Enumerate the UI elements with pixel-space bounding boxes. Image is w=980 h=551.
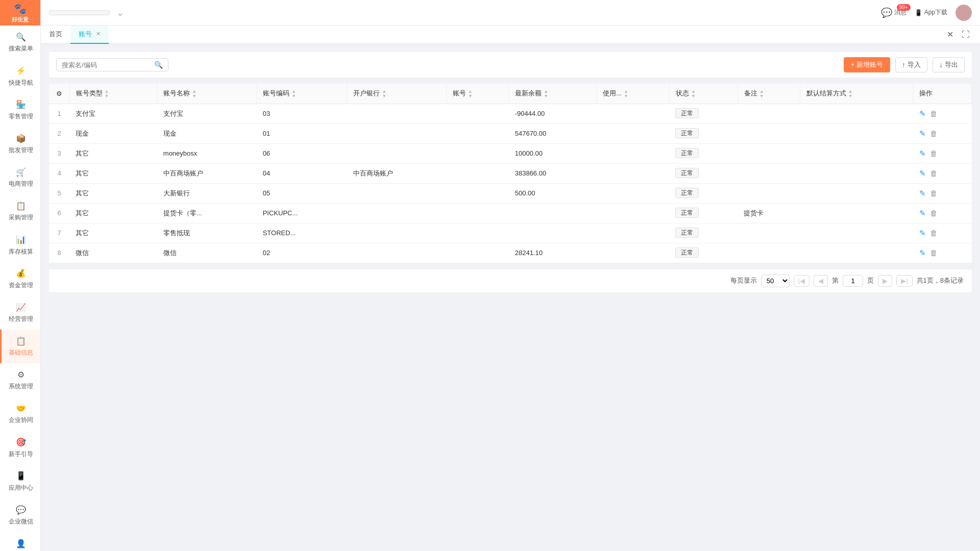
th-gear[interactable]: ⚙	[49, 84, 69, 104]
sidebar-item-app-center[interactable]: 📱 应用中心	[0, 464, 40, 498]
logo-area[interactable]: 🐾 好生意	[0, 0, 40, 26]
delete-btn[interactable]: 🗑	[930, 209, 938, 217]
table-row: 1 支付宝 支付宝 03 -90444.00 正常 ✎ 🗑	[49, 104, 972, 123]
sidebar-label-purchase: 采购管理	[9, 213, 33, 222]
row-type: 现金	[69, 123, 157, 143]
sidebar-item-cooperation[interactable]: 🤝 企业协同	[0, 397, 40, 431]
th-remark[interactable]: 备注▲▼	[738, 84, 800, 104]
sidebar-item-retail[interactable]: 🏪 零售管理	[0, 93, 40, 127]
delete-btn[interactable]: 🗑	[930, 109, 938, 118]
tab-account[interactable]: 账号 ✕	[70, 26, 109, 44]
top-chevron-icon[interactable]: ⌄	[116, 7, 124, 18]
import-button[interactable]: ↑ 导入	[895, 57, 927, 72]
search-icon[interactable]: 🔍	[154, 61, 163, 69]
table-row: 2 现金 现金 01 547670.00 正常 ✎ 🗑	[49, 123, 972, 143]
row-default-settle	[800, 203, 913, 223]
edit-btn[interactable]: ✎	[919, 129, 926, 138]
search-input[interactable]	[62, 61, 152, 69]
sidebar-item-basic-info[interactable]: 📋 基础信息	[0, 330, 40, 363]
delete-btn[interactable]: 🗑	[930, 248, 938, 257]
notification-button[interactable]: 💬 消息 99+	[881, 7, 906, 18]
row-code: PICKUPC...	[257, 203, 347, 223]
edit-btn[interactable]: ✎	[919, 149, 926, 158]
tab-bar: 首页 账号 ✕ ✕ ⛶	[41, 26, 980, 44]
sidebar-item-finance[interactable]: 💰 资金管理	[0, 262, 40, 295]
th-balance[interactable]: 最新余额▲▼	[509, 84, 597, 104]
table-row: 3 其它 moneybosx 06 10000.00 正常 ✎ 🗑	[49, 143, 972, 163]
add-account-button[interactable]: + 新增账号	[844, 57, 890, 72]
row-bank: 中百商场账户	[347, 163, 447, 183]
page-input[interactable]	[843, 275, 863, 287]
row-default-settle	[800, 143, 913, 163]
row-use	[597, 123, 670, 143]
row-remark	[738, 123, 800, 143]
search-box[interactable]: 🔍	[56, 58, 168, 71]
sidebar-item-search-menu[interactable]: 🔍 搜索菜单	[0, 26, 40, 59]
th-use[interactable]: 使用...▲▼	[597, 84, 670, 104]
sidebar-item-system[interactable]: ⚙ 系统管理	[0, 363, 40, 397]
row-type: 其它	[69, 143, 157, 163]
sidebar-label-operations: 经营管理	[9, 315, 33, 323]
th-name[interactable]: 账号名称▲▼	[157, 84, 257, 104]
operations-icon: 📈	[16, 302, 26, 313]
row-use	[597, 104, 670, 123]
row-num: 6	[49, 203, 69, 223]
top-bar-right: 💬 消息 99+ 📱 App下载	[881, 5, 972, 21]
th-status[interactable]: 状态▲▼	[669, 84, 738, 104]
delete-btn[interactable]: 🗑	[930, 229, 938, 237]
row-code: 06	[257, 143, 347, 163]
edit-btn[interactable]: ✎	[919, 209, 926, 218]
row-use	[597, 143, 670, 163]
edit-btn[interactable]: ✎	[919, 109, 926, 118]
row-account	[447, 123, 509, 143]
row-remark	[738, 243, 800, 263]
sidebar-item-membership[interactable]: 👤 畅会员	[0, 532, 40, 551]
avatar[interactable]	[955, 5, 972, 21]
th-code[interactable]: 账号编码▲▼	[257, 84, 347, 104]
sidebar-item-ecommerce[interactable]: 🛒 电商管理	[0, 161, 40, 194]
tab-close-btn[interactable]: ✕	[945, 29, 955, 40]
th-bank[interactable]: 开户银行▲▼	[347, 84, 447, 104]
tab-account-close[interactable]: ✕	[96, 31, 101, 37]
app-download-button[interactable]: 📱 App下载	[915, 8, 947, 17]
tab-account-label: 账号	[79, 30, 92, 39]
page-size-select[interactable]: 50 20 100	[761, 274, 790, 287]
th-account[interactable]: 账号▲▼	[447, 84, 509, 104]
sidebar-item-purchase[interactable]: 📋 采购管理	[0, 194, 40, 228]
sidebar-item-inventory[interactable]: 📊 库存核算	[0, 228, 40, 262]
delete-btn[interactable]: 🗑	[930, 129, 938, 138]
gear-icon[interactable]: ⚙	[56, 90, 62, 97]
tab-home[interactable]: 首页	[41, 26, 70, 44]
page-next-btn[interactable]: ▶	[878, 275, 892, 287]
sidebar-item-wholesale[interactable]: 📦 批发管理	[0, 127, 40, 161]
edit-btn[interactable]: ✎	[919, 248, 926, 258]
top-search-box[interactable]	[49, 10, 110, 15]
sidebar-item-quick-nav[interactable]: ⚡ 快捷导航	[0, 59, 40, 93]
delete-btn[interactable]: 🗑	[930, 169, 938, 178]
sidebar-item-enterprise-wechat[interactable]: 💬 企业微信	[0, 498, 40, 532]
inventory-icon: 📊	[16, 234, 26, 245]
export-button[interactable]: ↓ 导出	[933, 57, 965, 72]
row-account	[447, 163, 509, 183]
page-first-btn[interactable]: |◀	[794, 275, 810, 287]
sidebar-item-guide[interactable]: 🎯 新手引导	[0, 431, 40, 464]
sidebar-item-operations[interactable]: 📈 经营管理	[0, 296, 40, 330]
guide-icon: 🎯	[16, 437, 26, 448]
membership-icon: 👤	[16, 538, 26, 549]
row-remark: 提货卡	[738, 203, 800, 223]
delete-btn[interactable]: 🗑	[930, 189, 938, 197]
page-prev-btn[interactable]: ◀	[814, 275, 828, 287]
th-default-settle[interactable]: 默认结算方式▲▼	[800, 84, 913, 104]
edit-btn[interactable]: ✎	[919, 189, 926, 198]
row-type: 其它	[69, 163, 157, 183]
row-account	[447, 104, 509, 123]
tab-maximize-btn[interactable]: ⛶	[960, 29, 972, 40]
delete-btn[interactable]: 🗑	[930, 149, 938, 158]
th-type[interactable]: 账号类型▲▼	[69, 84, 157, 104]
logo-text: 好生意	[12, 16, 29, 23]
row-num: 2	[49, 123, 69, 143]
row-name: 中百商场账户	[157, 163, 257, 183]
edit-btn[interactable]: ✎	[919, 169, 926, 178]
page-last-btn[interactable]: ▶|	[896, 275, 912, 287]
edit-btn[interactable]: ✎	[919, 229, 926, 238]
